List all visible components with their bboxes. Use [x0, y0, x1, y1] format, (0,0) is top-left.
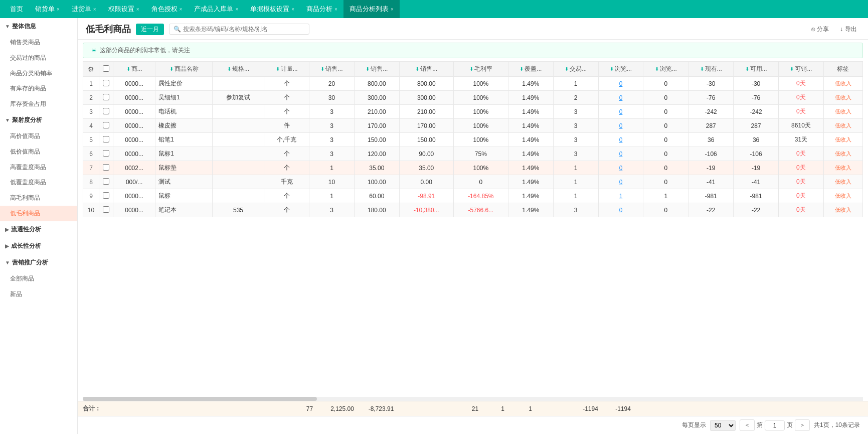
row-browse1[interactable]: 1 — [598, 189, 643, 203]
col-code[interactable]: ⬍ 商... — [113, 62, 155, 77]
row-browse1[interactable]: 0 — [598, 175, 643, 189]
row-name[interactable]: 鼠标 — [155, 189, 213, 203]
close-icon[interactable]: × — [180, 7, 183, 12]
col-sales-profit[interactable]: ⬍ 销售... — [399, 62, 453, 77]
sidebar-group-growth[interactable]: ▶ 成长性分析 — [0, 238, 77, 254]
col-available[interactable]: ⬍ 可用... — [734, 62, 779, 77]
row-checkbox-input[interactable] — [103, 122, 109, 128]
col-tag[interactable]: 标签 — [823, 62, 862, 77]
sidebar-item-instock-goods[interactable]: 有库存的商品 — [0, 81, 77, 96]
col-sales-price[interactable]: ⬍ 销售... — [354, 62, 399, 77]
period-button[interactable]: 近一月 — [136, 24, 164, 35]
row-checkbox-input[interactable] — [103, 94, 109, 100]
nav-product-analysis[interactable]: 商品分析 × — [300, 0, 343, 18]
close-icon[interactable]: × — [93, 7, 96, 12]
row-name[interactable]: 铅笔1 — [155, 133, 213, 147]
col-settings[interactable]: ⚙ — [83, 62, 99, 77]
col-checkbox[interactable] — [99, 62, 113, 77]
sidebar-item-stock-capital[interactable]: 库存资金占用 — [0, 96, 77, 112]
row-checkbox[interactable] — [99, 77, 113, 91]
row-browse1[interactable]: 0 — [598, 119, 643, 133]
nav-product-analysis-list[interactable]: 商品分析列表 × — [343, 0, 400, 18]
row-name[interactable]: 橡皮擦 — [155, 119, 213, 133]
sidebar-item-high-value[interactable]: 高价值商品 — [0, 128, 77, 144]
sidebar-item-category-rate[interactable]: 商品分类助销率 — [0, 66, 77, 81]
nav-permission[interactable]: 权限设置 × — [102, 0, 145, 18]
col-name[interactable]: ⬍ 商品名称 — [155, 62, 213, 77]
row-checkbox-input[interactable] — [103, 80, 109, 86]
row-checkbox[interactable] — [99, 105, 113, 119]
search-box[interactable]: 🔍 — [169, 24, 309, 35]
row-browse1[interactable]: 0 — [598, 77, 643, 91]
row-checkbox[interactable] — [99, 147, 113, 161]
row-checkbox[interactable] — [99, 203, 113, 217]
row-checkbox[interactable] — [99, 91, 113, 105]
col-browse2[interactable]: ⬍ 浏览... — [643, 62, 688, 77]
row-checkbox[interactable] — [99, 133, 113, 147]
row-browse1[interactable]: 0 — [598, 147, 643, 161]
close-icon[interactable]: × — [235, 7, 238, 12]
row-name[interactable]: 笔记本 — [155, 203, 213, 217]
row-checkbox-input[interactable] — [103, 136, 109, 142]
sidebar-item-low-margin[interactable]: 低毛利商品 — [0, 206, 77, 221]
sidebar-item-high-coverage[interactable]: 高覆盖度商品 — [0, 160, 77, 175]
share-button[interactable]: ⎋ 分享 — [808, 24, 832, 35]
close-icon[interactable]: × — [334, 7, 337, 12]
row-name[interactable]: 电话机 — [155, 105, 213, 119]
sidebar-group-liquidity[interactable]: ▶ 流通性分析 — [0, 221, 77, 238]
row-browse1[interactable]: 0 — [598, 133, 643, 147]
nav-role-auth[interactable]: 角色授权 × — [145, 0, 189, 18]
close-icon[interactable]: × — [291, 7, 294, 12]
sidebar-group-marketing[interactable]: ▼ 营销推广分析 — [0, 254, 77, 271]
row-browse1[interactable]: 0 — [598, 161, 643, 175]
row-checkbox-input[interactable] — [103, 164, 109, 171]
nav-purchase-order[interactable]: 进货单 × — [66, 0, 102, 18]
row-checkbox[interactable] — [99, 161, 113, 175]
col-browse1[interactable]: ⬍ 浏览... — [598, 62, 643, 77]
row-checkbox-input[interactable] — [103, 192, 109, 199]
sidebar-item-low-coverage[interactable]: 低覆盖度商品 — [0, 175, 77, 190]
sidebar-item-traded-goods[interactable]: 交易过的商品 — [0, 50, 77, 66]
sidebar-item-high-margin[interactable]: 高毛利商品 — [0, 190, 77, 206]
row-browse1[interactable]: 0 — [598, 91, 643, 105]
row-browse1[interactable]: 0 — [598, 105, 643, 119]
row-checkbox-input[interactable] — [103, 108, 109, 114]
row-name[interactable]: 属性定价 — [155, 77, 213, 91]
row-checkbox-input[interactable] — [103, 150, 109, 157]
col-gross-rate[interactable]: ⬍ 毛利率 — [453, 62, 508, 77]
row-checkbox[interactable] — [99, 119, 113, 133]
close-icon[interactable]: × — [391, 7, 394, 12]
col-unit[interactable]: ⬍ 计量... — [264, 62, 309, 77]
page-number-input[interactable] — [765, 420, 785, 430]
col-sales-qty[interactable]: ⬍ 销售... — [309, 62, 355, 77]
row-name[interactable]: 测试 — [155, 175, 213, 189]
prev-page-button[interactable]: ＜ — [740, 419, 755, 431]
close-icon[interactable]: × — [57, 7, 60, 12]
select-all-checkbox[interactable] — [103, 65, 109, 72]
close-icon[interactable]: × — [136, 7, 139, 12]
sidebar-group-overall[interactable]: ▼ 整体信息 — [0, 18, 77, 35]
row-browse1[interactable]: 0 — [598, 203, 643, 217]
row-checkbox-input[interactable] — [103, 206, 109, 213]
row-name[interactable]: 吴细细1 — [155, 91, 213, 105]
row-name[interactable]: 鼠标1 — [155, 147, 213, 161]
nav-template-settings[interactable]: 单据模板设置 × — [244, 0, 300, 18]
sidebar-item-low-value[interactable]: 低价值商品 — [0, 144, 77, 160]
col-saleable[interactable]: ⬍ 可销... — [779, 62, 824, 77]
col-spec[interactable]: ⬍ 规格... — [212, 62, 264, 77]
col-stock-now[interactable]: ⬍ 现有... — [688, 62, 734, 77]
row-checkbox[interactable] — [99, 175, 113, 189]
settings-icon[interactable]: ⚙ — [88, 65, 94, 73]
scrollbar-thumb[interactable] — [83, 397, 317, 401]
sidebar-item-all-goods[interactable]: 全部商品 — [0, 271, 77, 286]
export-button[interactable]: ↓ 导出 — [837, 24, 860, 35]
nav-sales-order[interactable]: 销货单 × — [29, 0, 66, 18]
nav-product-inbound[interactable]: 产成品入库单 × — [188, 0, 244, 18]
sidebar-group-focus[interactable]: ▼ 聚射度分析 — [0, 112, 77, 128]
sidebar-item-sales-goods[interactable]: 销售类商品 — [0, 35, 77, 50]
col-coverage[interactable]: ⬍ 覆盖... — [508, 62, 553, 77]
sidebar-item-new-goods[interactable]: 新品 — [0, 286, 77, 302]
horizontal-scrollbar[interactable] — [83, 397, 863, 401]
per-page-select[interactable]: 50 100 200 — [710, 420, 736, 431]
nav-home[interactable]: 首页 — [4, 0, 29, 18]
